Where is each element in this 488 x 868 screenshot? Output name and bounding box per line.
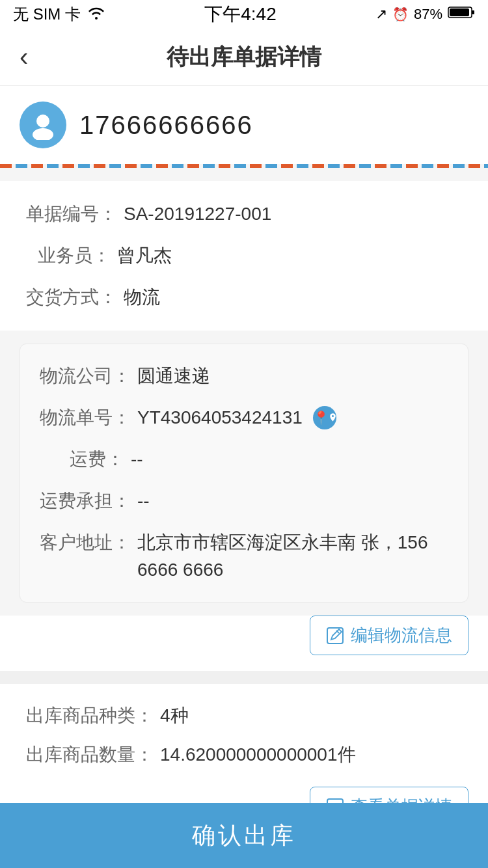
- tracking-number: YT43064053424131: [137, 404, 303, 431]
- tracking-row: 物流单号： YT43064053424131: [40, 404, 448, 431]
- edit-icon: [326, 627, 344, 645]
- dashed-divider: [0, 164, 488, 168]
- svg-point-3: [36, 115, 49, 128]
- goods-quantity-value: 14.620000000000001件: [160, 742, 356, 767]
- freight-value: --: [131, 446, 448, 473]
- map-pin-icon[interactable]: [313, 406, 336, 429]
- svg-rect-1: [472, 10, 474, 14]
- delivery-label: 交货方式：: [26, 284, 117, 311]
- location-icon: ↗: [375, 6, 387, 23]
- confirm-button-label: 确认出库: [192, 820, 296, 852]
- avatar: [20, 102, 66, 148]
- goods-types-row: 出库商品种类： 4种: [26, 703, 462, 728]
- goods-quantity-label: 出库商品数量：: [26, 742, 154, 767]
- confirm-button[interactable]: 确认出库: [0, 803, 488, 868]
- svg-point-4: [33, 128, 53, 140]
- carrier-text: 无 SIM 卡: [13, 4, 81, 25]
- address-row: 客户地址： 北京市市辖区海淀区永丰南 张，156 6666 6666: [40, 529, 448, 584]
- delivery-row: 交货方式： 物流: [26, 284, 462, 311]
- logistics-company-label: 物流公司：: [40, 362, 131, 390]
- edit-logistics-button[interactable]: 编辑物流信息: [310, 616, 468, 655]
- document-info-section: 单据编号： SA-20191227-001 业务员： 曾凡杰 交货方式： 物流: [0, 181, 488, 331]
- address-label: 客户地址：: [40, 529, 131, 556]
- edit-btn-row: 编辑物流信息: [0, 616, 488, 671]
- alarm-icon: ⏰: [392, 7, 409, 22]
- goods-quantity-row: 出库商品数量： 14.620000000000001件: [26, 742, 462, 767]
- logistics-company-value: 圆通速递: [137, 362, 448, 390]
- delivery-value: 物流: [124, 284, 462, 311]
- wifi-icon: [87, 5, 105, 23]
- user-phone: 17666666666: [79, 111, 253, 140]
- freight-row: 运费： --: [40, 446, 448, 473]
- logistics-company-row: 物流公司： 圆通速递: [40, 362, 448, 390]
- doc-number-value: SA-20191227-001: [124, 200, 462, 228]
- page-title: 待出库单据详情: [167, 42, 321, 72]
- doc-number-label: 单据编号：: [26, 200, 117, 228]
- tracking-label: 物流单号：: [40, 404, 131, 431]
- agent-label: 业务员：: [26, 242, 111, 269]
- time-text: 下午4:42: [204, 2, 277, 27]
- back-button[interactable]: ‹: [13, 36, 34, 78]
- doc-number-row: 单据编号： SA-20191227-001: [26, 200, 462, 228]
- section-divider-1: [0, 671, 488, 684]
- battery-text: 87%: [414, 6, 442, 23]
- freight-bearer-row: 运费承担： --: [40, 487, 448, 515]
- svg-rect-2: [450, 8, 469, 16]
- freight-bearer-label: 运费承担：: [40, 487, 131, 515]
- agent-row: 业务员： 曾凡杰: [26, 242, 462, 269]
- goods-section: 出库商品种类： 4种 出库商品数量： 14.620000000000001件: [0, 684, 488, 787]
- status-left: 无 SIM 卡: [13, 4, 105, 25]
- goods-types-label: 出库商品种类：: [26, 703, 154, 728]
- freight-bearer-value: --: [137, 487, 448, 515]
- status-right: ↗ ⏰ 87%: [375, 5, 475, 23]
- freight-label: 运费：: [40, 446, 124, 473]
- edit-logistics-label: 编辑物流信息: [351, 624, 452, 647]
- user-section: 17666666666: [0, 86, 488, 164]
- agent-value: 曾凡杰: [117, 242, 462, 269]
- nav-bar: ‹ 待出库单据详情: [0, 29, 488, 86]
- tracking-value: YT43064053424131: [137, 404, 448, 431]
- status-bar: 无 SIM 卡 下午4:42 ↗ ⏰ 87%: [0, 0, 488, 29]
- battery-icon: [448, 5, 475, 23]
- goods-types-value: 4种: [160, 703, 189, 728]
- address-value: 北京市市辖区海淀区永丰南 张，156 6666 6666: [137, 529, 448, 584]
- logistics-card: 物流公司： 圆通速递 物流单号： YT43064053424131 运费： --…: [20, 344, 468, 603]
